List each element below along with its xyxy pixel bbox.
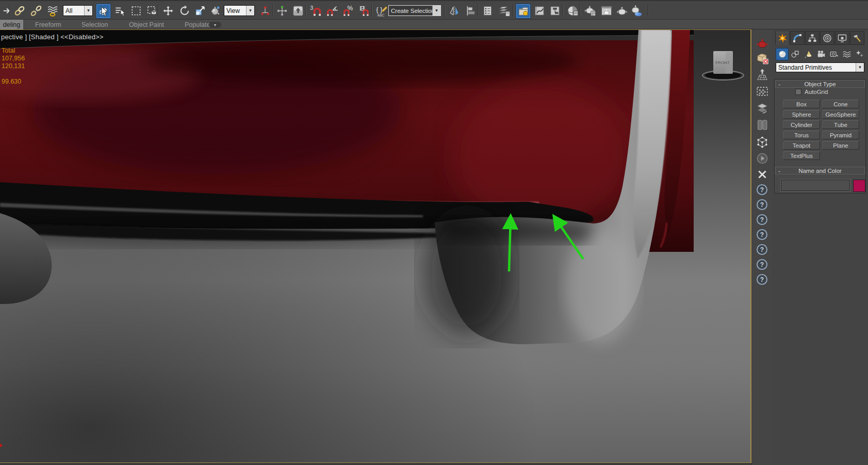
material-editor-icon[interactable]	[565, 4, 579, 18]
teapot-button[interactable]: Teapot	[783, 141, 820, 150]
tab-label: Selection	[81, 21, 108, 28]
edit-named-selection-sets-icon[interactable]: { }ABC	[374, 4, 388, 18]
cone-button[interactable]: Cone	[822, 100, 859, 108]
select-and-rotate-icon[interactable]	[177, 4, 191, 18]
question-circle-icon[interactable]: ?	[757, 259, 767, 270]
select-and-place-icon[interactable]	[208, 4, 222, 18]
subcategory-lights-icon[interactable]	[801, 48, 814, 60]
tab-modeling[interactable]: deling	[0, 20, 23, 29]
tab-object-paint[interactable]: Object Paint	[124, 20, 169, 29]
subcategory-cameras-icon[interactable]	[814, 48, 827, 60]
tab-hierarchy[interactable]	[805, 31, 820, 45]
viewport-bottom-gutter	[0, 463, 751, 465]
keyboard-shortcut-override-icon[interactable]	[291, 4, 305, 18]
named-selection-sets-dropdown[interactable]: Create Selection Se▼	[388, 5, 441, 16]
select-and-move-icon[interactable]	[161, 4, 175, 18]
tab-motion[interactable]	[820, 31, 834, 45]
separator	[10, 4, 11, 17]
svg-text:ABC: ABC	[377, 13, 384, 17]
cylinder-button[interactable]: Cylinder	[783, 120, 820, 129]
toggle-layer-explorer-icon[interactable]	[497, 4, 511, 18]
unlink-selection-icon[interactable]	[29, 4, 43, 18]
render-production-icon[interactable]	[615, 4, 629, 18]
tab-freeform[interactable]: Freeform	[30, 20, 67, 29]
object-type-rollout-header[interactable]: - Object Type	[775, 80, 865, 88]
subcategory-systems-icon[interactable]	[853, 48, 866, 60]
reference-coordinate-dropdown[interactable]: View▼	[224, 5, 255, 16]
collapse-icon[interactable]: -	[776, 81, 783, 87]
lattice-cube-icon[interactable]	[755, 135, 769, 149]
plane-button[interactable]: Plane	[822, 141, 859, 150]
bind-to-space-warp-icon[interactable]	[45, 4, 59, 18]
grid-arrow-icon[interactable]	[755, 68, 769, 81]
select-by-name-icon[interactable]	[112, 4, 126, 18]
rendered-frame-window-icon[interactable]	[599, 4, 613, 18]
subcategory-shapes-icon[interactable]	[789, 48, 801, 60]
ribbon-minimize-dropdown[interactable]: ▼	[209, 22, 221, 28]
geosphere-button[interactable]: GeoSphere	[822, 110, 859, 119]
percent-snap-icon[interactable]: %	[341, 4, 355, 18]
select-and-scale-icon[interactable]	[193, 4, 207, 18]
rectangular-selection-region-icon[interactable]	[129, 4, 143, 18]
perspective-viewport[interactable]: FRONT pective ] [Shaded ] <<Disabled>> T…	[0, 29, 751, 463]
tab-create[interactable]	[775, 31, 790, 45]
layers-diamond-icon[interactable]	[755, 102, 769, 115]
play-circle-icon[interactable]	[755, 152, 769, 165]
category-dropdown[interactable]: Standard Primitives ▼	[776, 62, 864, 72]
spinner-snap-icon[interactable]	[357, 4, 371, 18]
tab-display[interactable]	[835, 31, 849, 45]
collapse-icon[interactable]: -	[776, 168, 783, 174]
close-x-icon[interactable]	[755, 168, 769, 181]
subcategory-space-warps-icon[interactable]	[840, 48, 853, 60]
question-circle-icon[interactable]: ?	[757, 199, 767, 210]
separator	[478, 4, 479, 17]
object-name-input[interactable]	[781, 180, 850, 191]
3ds-max-window: { "toolbar": { "selection_filter_value":…	[0, 0, 868, 465]
box-button[interactable]: Box	[783, 100, 820, 108]
torus-button[interactable]: Torus	[783, 131, 820, 139]
question-circle-icon[interactable]: ?	[757, 274, 767, 285]
viewport-label[interactable]: pective ] [Shaded ] <<Disabled>>	[1, 33, 104, 41]
use-pivot-point-center-icon[interactable]	[258, 4, 272, 18]
align-icon[interactable]	[464, 4, 478, 18]
subcategory-geometry-icon[interactable]	[776, 48, 789, 60]
toggle-scene-explorer-icon[interactable]	[481, 4, 495, 18]
select-and-link-icon[interactable]	[12, 4, 26, 18]
toggle-ribbon-icon[interactable]	[516, 4, 531, 19]
question-circle-icon[interactable]: ?	[757, 184, 767, 195]
panels-icon[interactable]	[755, 118, 769, 132]
snaps-toggle-icon[interactable]: 3	[308, 4, 322, 18]
subcategory-helpers-icon[interactable]	[827, 48, 840, 60]
redo-icon[interactable]	[0, 4, 14, 18]
category-dropdown-value: Standard Primitives	[776, 64, 856, 71]
selection-filter-dropdown[interactable]: All▼	[63, 5, 93, 16]
main-toolbar: All▼ View▼ 3 % { }ABC Create Selection S…	[0, 0, 868, 20]
box-delete-icon[interactable]	[755, 51, 769, 65]
render-in-cloud-icon[interactable]	[629, 4, 643, 18]
window-crossing-icon[interactable]	[145, 4, 159, 18]
mirror-icon[interactable]	[447, 4, 461, 18]
angle-snap-icon[interactable]	[325, 4, 339, 18]
question-circle-icon[interactable]: ?	[757, 244, 767, 255]
pyramid-button[interactable]: Pyramid	[822, 131, 859, 139]
stats-fps: 99.630	[2, 78, 21, 85]
teapot-red-icon[interactable]	[755, 37, 769, 50]
name-and-color-rollout-header[interactable]: - Name and Color	[775, 167, 865, 174]
sphere-button[interactable]: Sphere	[783, 110, 820, 119]
autogrid-checkbox[interactable]	[795, 89, 801, 95]
command-panel: Standard Primitives ▼ - Object Type Auto…	[772, 29, 868, 465]
checker-region-icon[interactable]	[755, 85, 769, 98]
tab-utilities[interactable]	[850, 31, 864, 45]
object-color-swatch[interactable]	[853, 180, 865, 192]
question-circle-icon[interactable]: ?	[757, 229, 767, 240]
curve-editor-icon[interactable]	[532, 4, 546, 18]
render-setup-icon[interactable]	[583, 4, 597, 18]
tab-selection[interactable]: Selection	[76, 20, 113, 29]
textplus-button[interactable]: TextPlus	[783, 151, 820, 160]
question-circle-icon[interactable]: ?	[757, 214, 767, 225]
tab-modify[interactable]	[790, 31, 805, 45]
chevron-down-icon: ▼	[246, 6, 254, 15]
tube-button[interactable]: Tube	[822, 120, 859, 129]
select-and-manipulate-icon[interactable]	[275, 4, 289, 18]
schematic-view-icon[interactable]	[548, 4, 562, 18]
